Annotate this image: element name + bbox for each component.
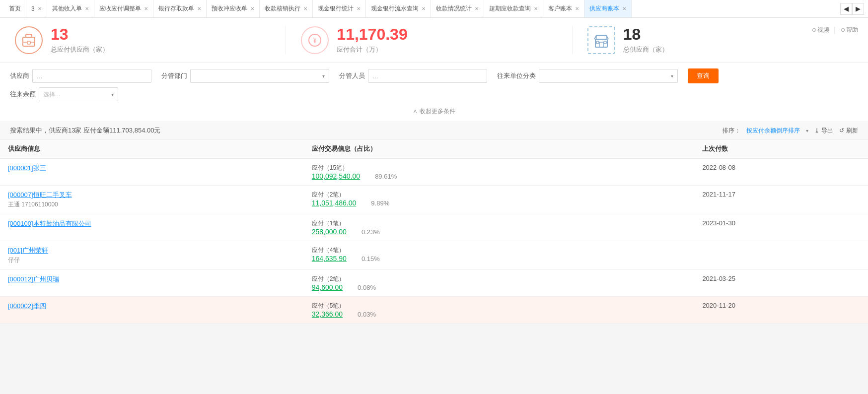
supplier-link[interactable]: [000012]广州贝瑞 <box>8 275 59 283</box>
ap-label-row: 应付（15笔） <box>312 164 687 172</box>
ap-count: （4笔） <box>324 247 345 254</box>
last-pay-date: 2022-08-08 <box>702 164 735 171</box>
nav-tab-collect-stat[interactable]: 收款情况统计 ✕ <box>431 0 484 18</box>
export-icon: ⤓ <box>814 127 819 134</box>
refresh-button[interactable]: ↺ 刷新 <box>839 127 858 135</box>
supplier-link[interactable]: [000100]本特勤油品有限公司 <box>8 220 91 227</box>
filter-row-1: 供应商 ... 分管部门 ▾ 分管人员 ... 往来单位分类 ▾ <box>10 68 858 83</box>
ap-amount[interactable]: 94,600.00 <box>312 283 343 291</box>
nav-tab-other-income-label: 其他收入单 <box>52 4 82 13</box>
close-tab-3[interactable]: ✕ <box>38 6 42 11</box>
last-pay-date-cell: 2020-11-20 <box>694 297 868 324</box>
filter-item-person: 分管人员 ... <box>339 69 487 83</box>
nav-tab-overdue-query[interactable]: 超期应收款查询 ✕ <box>484 0 543 18</box>
sort-value[interactable]: 按应付余额倒序排序 <box>746 127 800 135</box>
filter-item-supplier: 供应商 ... <box>10 69 151 83</box>
nav-tab-supplier-account[interactable]: 供应商账本 ✕ <box>584 0 632 18</box>
table-row: [001]广州荣轩仔仔应付（4笔）164,635.900.15% <box>0 241 868 270</box>
close-tab-bank-deposit[interactable]: ✕ <box>197 6 201 11</box>
table-container: 供应商信息 应付交易信息（占比） 上次付数 [000001]张三应付（15笔）1… <box>0 139 868 324</box>
col-header-supplier: 供应商信息 <box>0 139 304 159</box>
ap-amount[interactable]: 100,092,540.00 <box>312 172 360 180</box>
dept-dropdown-icon: ▾ <box>322 73 325 79</box>
sort-dropdown-icon[interactable]: ▾ <box>806 128 808 133</box>
supplier-filter-label: 供应商 <box>10 71 29 80</box>
supplier-sub-info: 王通 17106110000 <box>8 200 296 209</box>
last-pay-date: 2021-11-17 <box>702 191 735 198</box>
nav-tab-other-income[interactable]: 其他收入单 ✕ <box>47 0 94 18</box>
ap-amount[interactable]: 258,000.00 <box>312 228 347 236</box>
nav-tab-customer-account-label: 客户账本 <box>548 4 572 13</box>
header-stats: 13 总应付供应商（家） ¥ 11,170.39 应付合计（万） <box>0 18 868 63</box>
close-tab-overdue-query[interactable]: ✕ <box>534 6 538 11</box>
nav-tab-cash-bank-stat[interactable]: 现金银行统计 ✕ <box>313 0 366 18</box>
nav-tab-home-label: 首页 <box>9 4 21 13</box>
close-tab-collect-stat[interactable]: ✕ <box>475 6 479 11</box>
nav-tab-customer-account[interactable]: 客户账本 ✕ <box>543 0 584 18</box>
nav-tab-overdue-query-label: 超期应收款查询 <box>489 4 531 13</box>
ap-amount[interactable]: 11,051,486.00 <box>312 199 357 207</box>
nav-tab-prepay-collect-label: 预收冲应收单 <box>212 4 247 13</box>
supplier-sub-info: 仔仔 <box>8 256 296 264</box>
ap-percent: 0.23% <box>347 228 380 236</box>
filter-item-unit-class: 往来单位分类 ▾ <box>497 69 678 83</box>
top-navigation: 首页 3 ✕ 其他收入单 ✕ 应收应付调整单 ✕ 银行存取款单 ✕ 预收冲应收单… <box>0 0 868 18</box>
close-tab-ap-adjust[interactable]: ✕ <box>144 6 148 11</box>
last-pay-date-cell: 2021-11-17 <box>694 186 868 214</box>
supplier-link[interactable]: [001]广州荣轩 <box>8 247 48 254</box>
ap-label: 应付 <box>312 302 324 309</box>
export-button[interactable]: ⤓ 导出 <box>814 127 833 135</box>
balance-filter-select[interactable]: 选择... ▾ <box>39 87 118 101</box>
nav-tab-cash-bank-flow[interactable]: 现金银行流水查询 ✕ <box>366 0 431 18</box>
last-pay-date-cell: 2022-08-08 <box>694 159 868 186</box>
nav-tab-ap-adjust[interactable]: 应收应付调整单 ✕ <box>94 0 153 18</box>
nav-arrow-left[interactable]: ◀ <box>840 3 852 15</box>
nav-tab-bank-deposit[interactable]: 银行存取款单 ✕ <box>153 0 207 18</box>
amount-row: 94,600.000.08% <box>312 283 687 291</box>
ap-count: （2笔） <box>324 275 345 282</box>
table-row: [000012]广州贝瑞应付（2笔）94,600.000.08%2021-03-… <box>0 270 868 297</box>
stat-content-total: 18 总供应商（家） <box>623 26 668 54</box>
nav-tab-3[interactable]: 3 ✕ <box>26 0 47 18</box>
dept-filter-select[interactable]: ▾ <box>190 69 329 83</box>
divider: │ <box>833 27 837 34</box>
unit-class-filter-select[interactable]: ▾ <box>539 69 678 83</box>
svg-text:¥: ¥ <box>313 37 317 44</box>
close-tab-prepay-collect[interactable]: ✕ <box>250 6 254 11</box>
last-pay-date: 2021-03-25 <box>702 275 735 282</box>
nav-tab-prepay-collect[interactable]: 预收冲应收单 ✕ <box>207 0 260 18</box>
supplier-link[interactable]: [000001]张三 <box>8 164 46 172</box>
ap-count: （2笔） <box>324 191 345 198</box>
col-header-last-pay: 上次付数 <box>694 139 868 159</box>
nav-tab-home[interactable]: 首页 <box>4 0 26 18</box>
supplier-cell: [000001]张三 <box>0 159 304 186</box>
close-tab-customer-account[interactable]: ✕ <box>575 6 579 11</box>
collapse-bar[interactable]: ∧ 收起更多条件 <box>10 105 858 118</box>
amount-row: 11,051,486.009.89% <box>312 199 687 207</box>
balance-filter-placeholder: 选择... <box>43 90 60 99</box>
query-button[interactable]: 查询 <box>688 68 719 83</box>
close-tab-cash-bank-flow[interactable]: ✕ <box>422 6 426 11</box>
close-tab-cash-bank-stat[interactable]: ✕ <box>357 6 361 11</box>
nav-arrow-right[interactable]: ▶ <box>852 3 864 15</box>
ap-amount[interactable]: 164,635.90 <box>312 255 347 263</box>
filter-area: 供应商 ... 分管部门 ▾ 分管人员 ... 往来单位分类 ▾ <box>0 63 868 122</box>
close-tab-supplier-account[interactable]: ✕ <box>622 6 626 11</box>
video-link[interactable]: 视频 <box>817 26 829 34</box>
nav-tab-collect-verify[interactable]: 收款核销执行 ✕ <box>260 0 313 18</box>
svg-rect-8 <box>596 41 599 44</box>
supplier-link[interactable]: [000007]恒旺二手叉车 <box>8 191 72 198</box>
help-link[interactable]: 帮助 <box>846 26 858 34</box>
supplier-link[interactable]: [000002]李四 <box>8 302 46 310</box>
help-icon: ⊙ <box>841 27 845 33</box>
close-tab-collect-verify[interactable]: ✕ <box>303 6 307 11</box>
close-tab-other-income[interactable]: ✕ <box>85 6 89 11</box>
last-pay-date-cell: 2021-03-25 <box>694 270 868 297</box>
ap-amount[interactable]: 32,366.00 <box>312 310 343 318</box>
ap-label-row: 应付（1笔） <box>312 219 687 228</box>
data-table: 供应商信息 应付交易信息（占比） 上次付数 [000001]张三应付（15笔）1… <box>0 139 868 324</box>
sort-label: 排序： <box>723 127 740 135</box>
svg-rect-7 <box>599 42 603 47</box>
person-filter-input[interactable]: ... <box>368 69 487 83</box>
supplier-filter-input[interactable]: ... <box>32 69 151 83</box>
